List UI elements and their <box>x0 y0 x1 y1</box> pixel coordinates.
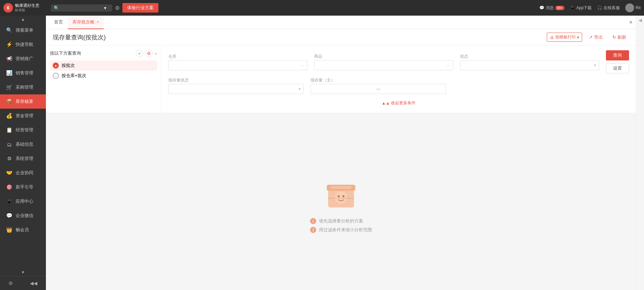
sidebar-item-finance[interactable]: 💰 资金管理 <box>0 109 46 123</box>
scheme-by-warehouse-batch-label: 按仓库+批次 <box>62 73 86 79</box>
tab-home[interactable]: 首页 <box>49 16 68 29</box>
settings-button[interactable]: 设置 <box>606 63 629 73</box>
finance-icon: 💰 <box>6 113 12 119</box>
sidebar-item-label: 系统管理 <box>16 156 33 162</box>
search-icon: 🔍 <box>54 5 59 11</box>
collapse-schemes-btn[interactable]: « <box>155 51 157 56</box>
filter-schemes-panel: 按以下方案查询 + ⚙ « ● 按批次 ○ 按仓库+批次 <box>46 46 162 113</box>
hint-text-2: 用过滤条件来缩小分析范围 <box>319 227 372 233</box>
sidebar-item-inventory[interactable]: 📦 库存核算 <box>0 94 46 109</box>
settings-icon[interactable]: ⚙ <box>115 5 120 11</box>
inventory-status-input[interactable]: ▾ <box>168 84 304 94</box>
user-item[interactable]: Rit <box>625 3 641 12</box>
status-field: 状态 ▾ <box>460 54 599 70</box>
refresh-label: 刷新 <box>617 34 626 40</box>
warehouse-field: 仓库 ··· <box>168 54 307 70</box>
purchase-icon: 🛒 <box>6 84 12 90</box>
sidebar-scroll: 🔍 搜索菜单 ⚡ 快捷导航 📢 营销推广 📊 销售管理 🛒 采购管理 📦 <box>0 23 46 269</box>
sidebar-item-system[interactable]: ⚙ 系统管理 <box>0 151 46 166</box>
tab-panel-close-btn[interactable]: × <box>629 19 632 25</box>
filter-action-col: 查询 设置 <box>606 50 629 73</box>
sidebar-item-purchase[interactable]: 🛒 采购管理 <box>0 80 46 94</box>
app-download-item[interactable]: 📱 App下载 <box>570 5 592 11</box>
sidebar-item-sales[interactable]: 📊 销售管理 <box>0 66 46 80</box>
inventory-status-arrow: ▾ <box>299 87 301 91</box>
scheme-item-by-batch[interactable]: ● 按批次 <box>50 60 157 71</box>
warehouse-input[interactable]: ··· <box>168 60 307 70</box>
tab-home-label: 首页 <box>54 19 63 25</box>
sidebar-item-label: 新手引导 <box>16 184 33 190</box>
right-panel-toggle[interactable]: ▶ <box>636 17 644 25</box>
warehouse-label: 仓库 <box>168 54 307 59</box>
inventory-qty-label: 现存量（主） <box>310 77 446 83</box>
print-template-btn[interactable]: 🖨 按模板打印 ▾ <box>547 33 582 42</box>
sidebar-item-label: 基础信息 <box>16 141 33 147</box>
sidebar-settings-btn[interactable]: ⚙ <box>6 279 16 287</box>
filter-schemes-header: 按以下方案查询 + ⚙ « <box>50 50 157 57</box>
header-search-input[interactable] <box>61 5 102 10</box>
product-field: 商品 ··· <box>314 54 453 70</box>
settings-scheme-btn[interactable]: ⚙ <box>145 50 153 57</box>
empty-hints: 1 请先选择要分析的方案 2 用过滤条件来缩小分析范围 <box>310 218 372 233</box>
print-dropdown-icon: ▾ <box>577 35 579 40</box>
header-search-bar[interactable]: 🔍 ▾ <box>51 4 112 12</box>
collapse-more-btn[interactable]: ▲▲ 收起更多条件 <box>168 98 629 108</box>
enterprise-wechat-icon: 💬 <box>6 213 12 219</box>
dropdown-icon: ▾ <box>104 5 106 11</box>
tab-close-icon[interactable]: × <box>97 20 99 24</box>
header-right: 💬 消息 99+ 📱 App下载 🎧 在线客服 Rit <box>539 3 641 12</box>
messages-item[interactable]: 💬 消息 99+ <box>539 5 564 11</box>
printer-icon: 🖨 <box>550 35 554 40</box>
sidebar-item-marketing[interactable]: 📢 营销推广 <box>0 52 46 66</box>
filter-row-1: 仓库 ··· 商品 ··· 状态 <box>168 50 629 73</box>
online-service-item[interactable]: 🎧 在线客服 <box>597 5 620 11</box>
inventory-qty-input[interactable]: — <box>310 84 446 94</box>
status-input[interactable]: ▾ <box>460 60 599 70</box>
sidebar-item-enterprise-wechat[interactable]: 💬 企业微信 <box>0 209 46 223</box>
scheme-inactive-dot: ○ <box>53 73 59 79</box>
export-btn[interactable]: ↗ 导出 <box>586 33 606 42</box>
sidebar-item-search-menu[interactable]: 🔍 搜索菜单 <box>0 23 46 37</box>
add-scheme-btn[interactable]: + <box>136 50 143 57</box>
sidebar-collapse-btn[interactable]: ◀◀ <box>27 279 40 287</box>
sidebar-item-label: 销售管理 <box>16 70 33 76</box>
empty-illustration <box>321 170 361 211</box>
company-name: 畅康通好生意 <box>15 3 39 8</box>
refresh-btn[interactable]: ↻ 刷新 <box>610 33 629 42</box>
new-guide-icon: 🎯 <box>6 184 12 190</box>
scheme-active-dot: ● <box>53 62 59 69</box>
sidebar-item-label: 搜索菜单 <box>16 27 33 33</box>
sidebar-item-new-guide[interactable]: 🎯 新手引导 <box>0 180 46 194</box>
empty-svg <box>321 170 361 211</box>
sidebar-item-label: 企业协同 <box>16 170 33 176</box>
trial-button[interactable]: 体验行业方案 <box>122 3 158 13</box>
query-button[interactable]: 查询 <box>606 50 629 60</box>
sidebar-item-label: 应用中心 <box>16 198 33 204</box>
sidebar-item-app-center[interactable]: 📱 应用中心 <box>0 194 46 209</box>
sidebar-item-basic-info[interactable]: 🗂 基础信息 <box>0 137 46 151</box>
scheme-by-batch-label: 按批次 <box>62 62 75 69</box>
product-input[interactable]: ··· <box>314 60 453 70</box>
tab-inventory-batch[interactable]: 库存批次账 × <box>68 16 104 29</box>
inventory-icon: 📦 <box>6 98 12 105</box>
system-icon: ⚙ <box>6 156 12 162</box>
sidebar-item-quick-nav[interactable]: ⚡ 快捷导航 <box>0 37 46 52</box>
sidebar-item-enterprise-collab[interactable]: 🤝 企业协同 <box>0 166 46 180</box>
chevron-up-icon: ▲▲ <box>382 101 390 106</box>
sidebar-scroll-down[interactable]: ▼ <box>0 269 46 276</box>
sidebar-scroll-up[interactable]: ▲ <box>0 16 46 23</box>
phone-icon: 📱 <box>570 5 575 10</box>
sidebar-item-label: 营销推广 <box>16 56 33 62</box>
empty-state: 1 请先选择要分析的方案 2 用过滤条件来缩小分析范围 <box>310 170 372 233</box>
operations-icon: 📋 <box>6 127 12 133</box>
empty-hint-2: 2 用过滤条件来缩小分析范围 <box>310 227 372 233</box>
page-header: 现存量查询(按批次) 🖨 按模板打印 ▾ ↗ 导出 ↻ 刷新 <box>46 29 636 46</box>
vip-club-icon: 👑 <box>6 227 12 233</box>
main-body: 1 请先选择要分析的方案 2 用过滤条件来缩小分析范围 <box>46 113 636 290</box>
sidebar-item-vip-club[interactable]: 👑 畅会员 <box>0 223 46 237</box>
refresh-icon: ↻ <box>612 35 616 40</box>
svg-point-5 <box>342 195 344 197</box>
sidebar-item-operations[interactable]: 📋 经营管理 <box>0 123 46 137</box>
scheme-item-by-warehouse-batch[interactable]: ○ 按仓库+批次 <box>50 71 157 81</box>
version-label: 标准版 <box>15 8 39 13</box>
